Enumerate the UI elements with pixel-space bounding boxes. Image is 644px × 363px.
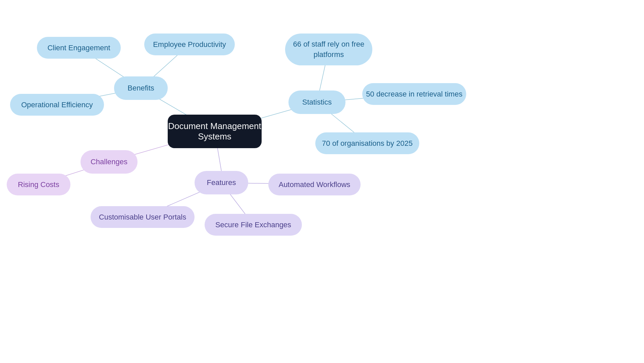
statistics-node[interactable]: Statistics [288, 90, 345, 114]
benefits-node[interactable]: Benefits [114, 76, 168, 100]
client-engagement-label: Client Engagement [47, 44, 110, 52]
features-label: Features [207, 178, 236, 187]
center-label: Document Management Systems [168, 121, 261, 142]
benefits-label: Benefits [127, 84, 154, 93]
operational-efficiency-node[interactable]: Operational Efficiency [10, 94, 104, 116]
stat-66-node[interactable]: 66 of staff rely on free platforms [285, 34, 372, 65]
stat-70-label: 70 of organisations by 2025 [322, 139, 413, 148]
statistics-label: Statistics [302, 98, 332, 107]
customisable-portals-label: Customisable User Portals [99, 213, 186, 222]
rising-costs-node[interactable]: Rising Costs [7, 174, 70, 195]
automated-workflows-label: Automated Workflows [279, 180, 351, 189]
stat-70-node[interactable]: 70 of organisations by 2025 [315, 132, 419, 154]
operational-efficiency-label: Operational Efficiency [21, 101, 93, 109]
challenges-node[interactable]: Challenges [80, 150, 138, 174]
rising-costs-label: Rising Costs [18, 180, 59, 189]
secure-file-label: Secure File Exchanges [215, 221, 291, 229]
center-node[interactable]: Document Management Systems [168, 115, 262, 148]
employee-productivity-node[interactable]: Employee Productivity [144, 34, 235, 55]
features-node[interactable]: Features [195, 171, 248, 194]
challenges-label: Challenges [91, 158, 127, 166]
stat-50-label: 50 decrease in retrieval times [366, 90, 462, 99]
customisable-portals-node[interactable]: Customisable User Portals [91, 206, 195, 228]
stat-50-node[interactable]: 50 decrease in retrieval times [362, 83, 466, 105]
client-engagement-node[interactable]: Client Engagement [37, 37, 121, 59]
stat-66-label: 66 of staff rely on free platforms [285, 37, 372, 63]
employee-productivity-label: Employee Productivity [153, 40, 226, 49]
secure-file-node[interactable]: Secure File Exchanges [205, 214, 302, 236]
automated-workflows-node[interactable]: Automated Workflows [268, 174, 361, 195]
